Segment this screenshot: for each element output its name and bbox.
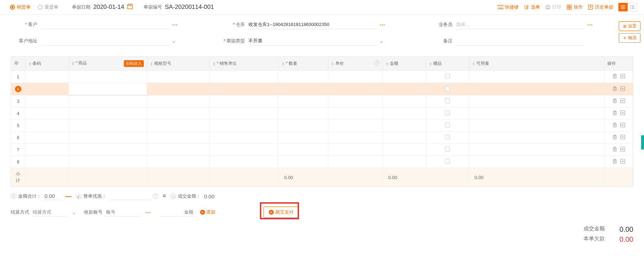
col-amount[interactable]: ▲▼金额 (383, 57, 426, 71)
cell-product[interactable] (68, 132, 147, 144)
gear-icon[interactable] (14, 62, 19, 67)
cell-available[interactable] (469, 95, 604, 108)
amount-input[interactable] (159, 208, 195, 216)
cell-amount[interactable] (383, 83, 426, 95)
account-input[interactable] (105, 208, 140, 216)
doc-date-value[interactable]: 2020-01-14 (93, 4, 124, 11)
calendar-icon[interactable] (127, 4, 133, 11)
add-icon[interactable] (620, 122, 625, 129)
scroll-indicator[interactable] (641, 135, 644, 150)
cell-qty[interactable] (279, 95, 328, 108)
cell-unit[interactable] (210, 156, 279, 168)
cell-qty[interactable] (279, 144, 328, 156)
add-icon[interactable] (620, 86, 625, 92)
cell-amount[interactable] (383, 71, 426, 83)
delete-icon[interactable] (612, 110, 617, 116)
delete-icon[interactable] (612, 98, 617, 104)
cell-available[interactable] (469, 120, 604, 132)
add-icon[interactable] (620, 147, 625, 153)
delete-icon[interactable] (612, 86, 617, 92)
warehouse-input[interactable] (248, 20, 377, 29)
radio-return-order[interactable]: 退货单 (35, 3, 61, 11)
cell-spec[interactable] (147, 71, 209, 83)
cell-product[interactable] (68, 108, 147, 120)
cell-price[interactable] (328, 108, 382, 120)
cell-spec[interactable] (147, 144, 209, 156)
cell-amount[interactable] (383, 132, 426, 144)
cell-qty[interactable] (279, 156, 328, 168)
cell-price[interactable] (328, 83, 382, 95)
radio-sales-order[interactable]: 销货单 (7, 3, 33, 11)
add-icon[interactable] (620, 74, 625, 80)
col-available[interactable]: ▲▼可用量 (469, 57, 604, 71)
cell-barcode[interactable] (25, 71, 68, 83)
cell-spec[interactable] (147, 120, 209, 132)
more-icon[interactable]: ⋯ (584, 21, 596, 28)
col-product[interactable]: ▲▼*商品扫码录入 (68, 57, 147, 71)
settings-button[interactable]: 设置 (619, 21, 640, 31)
table-row[interactable]: 7 (11, 144, 633, 156)
view-compact-button[interactable] (618, 3, 628, 11)
cell-amount[interactable] (383, 120, 426, 132)
cell-qty[interactable] (279, 132, 328, 144)
cell-barcode[interactable] (25, 120, 68, 132)
remark-input[interactable] (456, 36, 584, 46)
table-row[interactable]: 6 (11, 132, 633, 144)
cell-spec[interactable] (147, 156, 209, 168)
cell-unit[interactable] (210, 71, 279, 83)
more-icon[interactable]: ⋯ (169, 21, 180, 28)
cell-gift[interactable] (426, 132, 469, 144)
add-row-icon[interactable]: + (15, 86, 21, 92)
cell-unit[interactable] (210, 108, 279, 120)
cell-qty[interactable] (279, 108, 328, 120)
help-icon[interactable]: ? (375, 61, 379, 66)
delete-icon[interactable] (612, 74, 617, 80)
chevron-down-icon[interactable]: ⌄ (169, 38, 179, 44)
delete-icon[interactable] (612, 147, 617, 153)
cell-unit[interactable] (210, 83, 279, 95)
add-icon[interactable] (620, 159, 625, 165)
cell-barcode[interactable] (25, 144, 68, 156)
cell-available[interactable] (469, 156, 604, 168)
cell-qty[interactable] (279, 120, 328, 132)
cell-price[interactable] (328, 156, 382, 168)
add-icon[interactable] (620, 98, 625, 104)
cell-unit[interactable] (210, 120, 279, 132)
cell-price[interactable] (328, 132, 382, 144)
gift-checkbox[interactable] (445, 74, 450, 79)
print-button[interactable]: 打印 (545, 4, 561, 10)
shortcut-button[interactable]: 快捷键 (498, 4, 519, 10)
delete-icon[interactable] (612, 159, 617, 165)
gift-checkbox[interactable] (445, 110, 450, 115)
cell-amount[interactable] (383, 95, 426, 108)
operate-button[interactable]: 操作 (566, 4, 583, 10)
salesman-input[interactable] (456, 20, 584, 29)
table-row[interactable]: 8 (11, 156, 633, 168)
cell-amount[interactable] (383, 108, 426, 120)
add-icon[interactable] (620, 110, 625, 116)
cell-gift[interactable] (426, 71, 469, 83)
chevron-down-icon[interactable]: ⌄ (377, 38, 386, 44)
cell-gift[interactable] (426, 108, 469, 120)
cell-available[interactable] (469, 144, 604, 156)
cell-barcode[interactable] (25, 83, 68, 95)
cell-gift[interactable] (426, 144, 469, 156)
cell-spec[interactable] (147, 83, 209, 95)
discount-input[interactable] (108, 192, 151, 200)
gift-checkbox[interactable] (445, 147, 450, 152)
cell-product[interactable] (68, 120, 147, 132)
select-button[interactable]: 选单 (524, 4, 540, 10)
yeepay-button[interactable]: + 易宝支付 (263, 207, 299, 218)
cell-gift[interactable] (426, 120, 469, 132)
cell-barcode[interactable] (25, 156, 68, 168)
cell-gift[interactable] (426, 156, 469, 168)
cell-unit[interactable] (210, 132, 279, 144)
customer-input[interactable] (41, 20, 169, 29)
col-unit[interactable]: ▲▼*销售单位 (210, 57, 279, 71)
cell-spec[interactable] (147, 132, 209, 144)
gift-checkbox[interactable] (445, 98, 450, 103)
cell-price[interactable] (328, 95, 382, 108)
view-list-button[interactable] (628, 3, 637, 11)
cell-barcode[interactable] (25, 108, 68, 120)
table-row[interactable]: 1 (11, 71, 633, 83)
